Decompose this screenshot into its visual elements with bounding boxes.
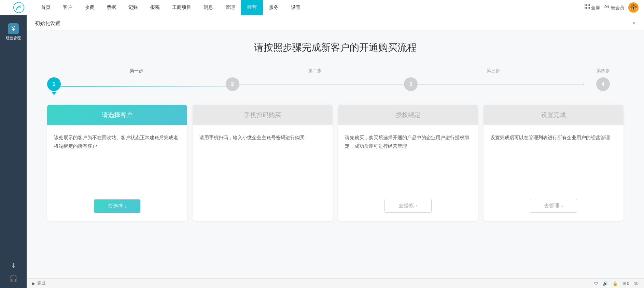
operation-icon: ¥ [8, 23, 19, 34]
nav-bookkeeping[interactable]: 记账 [122, 0, 144, 15]
card-4-btn-label: 去管理 [544, 202, 559, 209]
headset-icon[interactable]: 🎧 [9, 274, 18, 283]
download-icon[interactable]: ⬇ [11, 261, 16, 270]
nav-home[interactable]: 首页 [35, 0, 57, 15]
main-content: 初始化设置 × 请按照步骤完成新客户的开通购买流程 第一步 1 › [27, 15, 644, 288]
card-1-btn-arrow: › [125, 203, 127, 209]
nav-fee[interactable]: 收费 [79, 0, 100, 15]
card-4-btn[interactable]: 去管理 › [530, 199, 577, 213]
card-3-btn-label: 去授权 [398, 202, 414, 209]
nav-customer[interactable]: 客户 [57, 0, 79, 15]
card-4: 设置完成 设置完成后可以在管理列表进行所有企业用户的经营管理 去管理 › [484, 105, 624, 221]
page-title: 初始化设置 [35, 20, 60, 27]
sidebar-bottom: ⬇ 🎧 [9, 261, 18, 288]
page-header: 初始化设置 × [27, 15, 644, 31]
step-1-label: 第一步 [130, 68, 143, 74]
card-3-btn[interactable]: 去授权 › [384, 199, 432, 213]
msg-icon: ✉ 0 [622, 281, 629, 286]
vip-label: 畅会员 [611, 5, 624, 10]
card-2-header: 手机扫码购买 [193, 105, 333, 125]
nav-settings[interactable]: 设置 [285, 0, 307, 15]
card-1: 请选择客户 该处展示的客户为不在回收站、客户状态正常建账后完成老板端绑定的所有客… [47, 105, 187, 221]
card-3: 授权绑定 请先购买，购买后选择开通的产品中的企业用户进行授权绑定，成功后即可进行… [338, 105, 478, 221]
app-logo [5, 2, 32, 13]
svg-point-0 [14, 2, 24, 12]
sidebar: ¥ 经营管理 ⬇ 🎧 [0, 15, 27, 288]
step-4-circle: 4 [596, 77, 610, 91]
status-left: ▶ 完成 [32, 280, 45, 286]
card-1-footer: 去选择 › [47, 194, 187, 221]
card-1-body: 该处展示的客户为不在回收站、客户状态正常建账后完成老板端绑定的所有客户 [47, 125, 187, 194]
time-display: 10 [634, 281, 639, 286]
svg-rect-3 [585, 7, 587, 9]
card-3-footer: 去授权 › [338, 193, 478, 221]
lock-icon: 🔒 [613, 281, 618, 286]
card-1-btn-label: 去选择 [108, 203, 123, 209]
step-2-line: › [239, 84, 404, 84]
svg-rect-1 [585, 4, 587, 6]
card-1-btn[interactable]: 去选择 › [94, 199, 140, 213]
nav-right: 全屏 畅会员 🐯 [585, 2, 639, 13]
steps-row: 第一步 1 › 第二步 [47, 68, 624, 95]
user-avatar[interactable]: 🐯 [628, 2, 639, 13]
nav-service[interactable]: 服务 [263, 0, 285, 15]
step-2-circle: 2 [226, 77, 239, 91]
svg-rect-4 [588, 7, 590, 9]
main-heading: 请按照步骤完成新客户的开通购买流程 [47, 41, 624, 54]
nav-message[interactable]: 消息 [197, 0, 219, 15]
card-4-btn-arrow: › [561, 203, 563, 209]
card-2-footer [193, 207, 333, 221]
card-4-footer: 去管理 › [484, 193, 624, 221]
svg-rect-2 [588, 4, 590, 6]
step-2-label: 第二步 [308, 68, 322, 74]
play-icon: ▶ [32, 281, 35, 286]
card-4-body: 设置完成后可以在管理列表进行所有企业用户的经营管理 [484, 125, 624, 193]
sidebar-item-operation[interactable]: ¥ 经营管理 [0, 18, 27, 45]
step-3-circle: 3 [404, 77, 418, 91]
shield-icon: 🛡 [594, 281, 598, 286]
nav-business[interactable]: 工商项目 [166, 0, 197, 15]
step-3-label: 第三步 [487, 68, 500, 74]
status-right: 🛡 🔊 🔒 ✉ 0 10 [594, 281, 639, 286]
vip-btn[interactable]: 畅会员 [604, 4, 624, 11]
card-3-header: 授权绑定 [338, 105, 478, 125]
sidebar-item-label: 经营管理 [6, 36, 21, 41]
nav-operation[interactable]: 经营 [241, 0, 263, 15]
card-2: 手机扫码购买 请用手机扫码，输入小微企业主账号密码进行购买 [193, 105, 333, 221]
step-3-wrapper: 第三步 3 › [404, 68, 583, 91]
card-1-header: 请选择客户 [47, 105, 187, 125]
sound-icon: 🔊 [603, 281, 608, 286]
step-4-wrapper: 第四步 4 [583, 68, 624, 91]
cards-row: 请选择客户 该处展示的客户为不在回收站、客户状态正常建账后完成老板端绑定的所有客… [47, 105, 624, 221]
layout: ¥ 经营管理 ⬇ 🎧 初始化设置 × 请按照步骤完成新客户的开通购买流程 第一步 [0, 15, 644, 288]
nav-manage[interactable]: 管理 [219, 0, 241, 15]
step-1-line: › [61, 86, 226, 87]
step-2-wrapper: 第二步 2 › [226, 68, 404, 91]
nav-tax[interactable]: 报税 [144, 0, 166, 15]
svg-marker-5 [605, 5, 609, 8]
card-3-body: 请先购买，购买后选择开通的产品中的企业用户进行授权绑定，成功后即可进行经营管理 [338, 125, 478, 193]
nav-ticket[interactable]: 票据 [100, 0, 122, 15]
status-text: 完成 [37, 280, 45, 286]
card-3-btn-arrow: › [416, 203, 418, 209]
step-1-circle: 1 [47, 77, 61, 91]
fullscreen-label: 全屏 [591, 5, 600, 10]
step-1-wrapper: 第一步 1 › [47, 68, 226, 95]
close-button[interactable]: × [632, 20, 636, 27]
card-2-body: 请用手机扫码，输入小微企业主账号密码进行购买 [193, 125, 333, 207]
fullscreen-btn[interactable]: 全屏 [585, 4, 600, 11]
status-bar: ▶ 完成 🛡 🔊 🔒 ✉ 0 10 [27, 278, 644, 288]
step-1-pointer [51, 92, 57, 95]
content-area: 请按照步骤完成新客户的开通购买流程 第一步 1 › [27, 31, 644, 278]
step-3-line: › [418, 84, 583, 84]
card-4-header: 设置完成 [484, 105, 624, 125]
top-nav: 首页 客户 收费 票据 记账 报税 工商项目 消息 管理 经营 服务 设置 全屏… [0, 0, 644, 15]
step-4-label: 第四步 [597, 68, 610, 74]
